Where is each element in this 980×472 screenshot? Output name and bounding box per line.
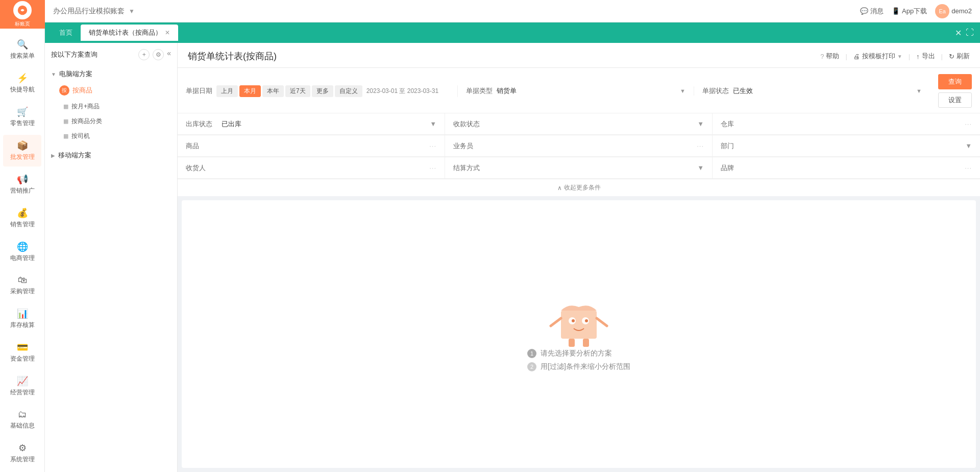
tab-expand-icon[interactable]: ⛶ — [966, 28, 974, 37]
left-panel-title: 按以下方案查询 — [51, 50, 135, 59]
payment-method-value: ▼ — [489, 164, 704, 172]
collapse-panel-button[interactable]: « — [167, 49, 171, 60]
brand-more-icon[interactable]: ··· — [965, 164, 972, 172]
help-button[interactable]: ? 帮助 — [820, 52, 839, 61]
brand-value: ··· — [756, 164, 972, 172]
sidebar-item-label: 电商管理 — [10, 254, 35, 263]
scheme-group-pc-header[interactable]: ▼ 电脑端方案 — [45, 66, 177, 82]
consignee-more-icon[interactable]: ··· — [429, 164, 436, 172]
sep3: | — [941, 53, 943, 60]
scheme-item-month-goods[interactable]: ▦ 按月+商品 — [45, 99, 177, 114]
salesperson-label: 业务员 — [453, 141, 489, 151]
query-button[interactable]: 查询 — [938, 74, 972, 89]
print-button[interactable]: 🖨 按模板打印 ▼ — [853, 52, 902, 61]
step-2-text: 用[过滤]条件来缩小分析范围 — [541, 362, 630, 371]
warehouse-status-dropdown[interactable]: ▼ — [430, 120, 436, 128]
sidebar-item-label: 销售管理 — [10, 220, 35, 229]
tab-close-icon[interactable]: ✕ — [165, 29, 170, 36]
collapse-bar[interactable]: ∧ 收起更多条件 — [178, 179, 980, 196]
logo-area[interactable]: 标账页 — [0, 0, 45, 29]
date-btn-lastmonth[interactable]: 上月 — [216, 85, 238, 97]
sidebar-item-wholesale[interactable]: 📦 批发管理 — [3, 135, 41, 167]
page-actions: ? 帮助 | 🖨 按模板打印 ▼ | ↑ 导出 | — [820, 52, 970, 61]
scheme-item-driver[interactable]: ▦ 按司机 — [45, 129, 177, 144]
filter-warehouse-status: 出库状态 已出库 ▼ — [178, 113, 445, 135]
salesperson-more-icon[interactable]: ··· — [697, 142, 704, 150]
sidebar-item-quicknav[interactable]: ⚡ 快捷导航 — [3, 67, 41, 99]
message-action[interactable]: 💬 消息 — [860, 7, 884, 16]
refresh-button[interactable]: ↻ 刷新 — [949, 52, 970, 61]
svg-rect-8 — [569, 339, 575, 347]
sidebar-item-purchase[interactable]: 🛍 采购管理 — [3, 270, 41, 301]
sidebar-item-label: 资金管理 — [10, 355, 35, 363]
ecommerce-icon: 🌐 — [17, 241, 28, 252]
content: 按以下方案查询 + ⚙ « ▼ 电脑端方案 按 按商品 — [45, 43, 980, 472]
sidebar-item-sales[interactable]: 💰 销售管理 — [3, 202, 41, 234]
page-header: 销货单统计表(按商品) ? 帮助 | 🖨 按模板打印 ▼ | ↑ — [178, 43, 980, 68]
header-dropdown-icon[interactable]: ▼ — [129, 8, 135, 15]
date-btn-thisyear[interactable]: 本年 — [262, 85, 284, 97]
tab-home-label: 首页 — [59, 28, 72, 37]
refresh-icon: ↻ — [949, 53, 954, 60]
date-btn-thismonth[interactable]: 本月 — [239, 85, 261, 97]
date-label: 单据日期 — [186, 86, 212, 96]
scheme-dot-icon: 按 — [59, 85, 69, 96]
page-title: 销货单统计表(按商品) — [188, 50, 277, 62]
sidebar-item-finance[interactable]: 💳 资金管理 — [3, 337, 41, 368]
user-profile[interactable]: Ea demo2 — [935, 4, 972, 18]
goods-more-icon[interactable]: ··· — [429, 142, 436, 150]
sales-icon: 💰 — [17, 207, 28, 219]
settings-button[interactable]: 设置 — [938, 92, 972, 108]
date-btn-custom[interactable]: 自定义 — [335, 85, 362, 97]
help-label: 帮助 — [826, 52, 839, 61]
app-download-action[interactable]: 📱 App下载 — [892, 7, 927, 16]
sidebar-item-ecommerce[interactable]: 🌐 电商管理 — [3, 236, 41, 268]
sidebar-item-system[interactable]: ⚙ 系统管理 — [3, 437, 41, 469]
payment-status-label: 收款状态 — [453, 120, 489, 129]
edit-scheme-button[interactable]: ⚙ — [153, 49, 164, 60]
filter-consignee: 收货人 ··· — [178, 157, 445, 179]
warehouse-more-icon[interactable]: ··· — [965, 120, 972, 128]
filter-row-1: 单据日期 上月 本月 本年 近7天 更多 自定义 2023-03-01 至 20… — [178, 68, 980, 108]
svg-rect-9 — [583, 339, 589, 347]
collapse-label: 收起更多条件 — [564, 183, 601, 192]
department-dropdown[interactable]: ▼ — [965, 142, 972, 150]
doctype-label: 单据类型 — [466, 86, 493, 96]
tab-sales-stat[interactable]: 销货单统计表（按商品） ✕ — [81, 25, 178, 41]
docstatus-dropdown-icon[interactable]: ▼ — [916, 88, 922, 94]
add-scheme-button[interactable]: + — [138, 49, 150, 60]
finance-icon: 💳 — [17, 342, 28, 353]
right-panel: 销货单统计表(按商品) ? 帮助 | 🖨 按模板打印 ▼ | ↑ — [178, 43, 980, 472]
sidebar-item-basic[interactable]: 🗂 基础信息 — [3, 404, 41, 435]
scheme-sub-label: 按月+商品 — [71, 102, 100, 111]
tab-bar-actions: ✕ ⛶ — [955, 28, 974, 38]
scheme-group-mobile-header[interactable]: ▶ 移动端方案 — [45, 148, 177, 163]
scheme-group-pc-label: 电脑端方案 — [59, 69, 92, 79]
tab-close-all-icon[interactable]: ✕ — [955, 28, 962, 38]
payment-method-dropdown[interactable]: ▼ — [697, 164, 704, 172]
scheme-item-goods-category[interactable]: ▦ 按商品分类 — [45, 114, 177, 129]
filter-salesperson: 业务员 ··· — [445, 135, 713, 157]
scheme-item-by-goods[interactable]: 按 按商品 — [45, 82, 177, 99]
doctype-dropdown-icon[interactable]: ▼ — [680, 88, 685, 94]
svg-point-5 — [585, 319, 588, 322]
sidebar-item-marketing[interactable]: 📢 营销推广 — [3, 169, 41, 200]
scheme-group-pc: ▼ 电脑端方案 按 按商品 ▦ 按月+商品 ▦ 按商品分类 ▦ 按司机 — [45, 64, 177, 146]
sidebar-item-label: 搜索菜单 — [10, 52, 35, 60]
sidebar-item-inventory[interactable]: 📊 库存核算 — [3, 303, 41, 335]
sidebar-item-retail[interactable]: 🛒 零售管理 — [3, 101, 41, 133]
tab-home[interactable]: 首页 — [51, 25, 81, 41]
export-button[interactable]: ↑ 导出 — [916, 52, 935, 61]
inventory-icon: 📊 — [17, 308, 28, 319]
empty-illustration — [546, 293, 612, 349]
sidebar-item-operation[interactable]: 📈 经营管理 — [3, 370, 41, 402]
sidebar-item-search[interactable]: 🔍 搜索菜单 — [3, 34, 41, 65]
empty-steps: 1 请先选择要分析的方案 2 用[过滤]条件来缩小分析范围 — [527, 349, 630, 375]
date-btn-more[interactable]: 更多 — [312, 85, 333, 97]
scheme-group-mobile: ▶ 移动端方案 — [45, 146, 177, 165]
user-name: demo2 — [951, 7, 972, 15]
payment-status-dropdown[interactable]: ▼ — [697, 120, 704, 128]
date-btn-7days[interactable]: 近7天 — [285, 85, 310, 97]
header-title: 办公用品行业模拟账套 — [53, 7, 125, 16]
table-icon: ▦ — [63, 103, 68, 110]
